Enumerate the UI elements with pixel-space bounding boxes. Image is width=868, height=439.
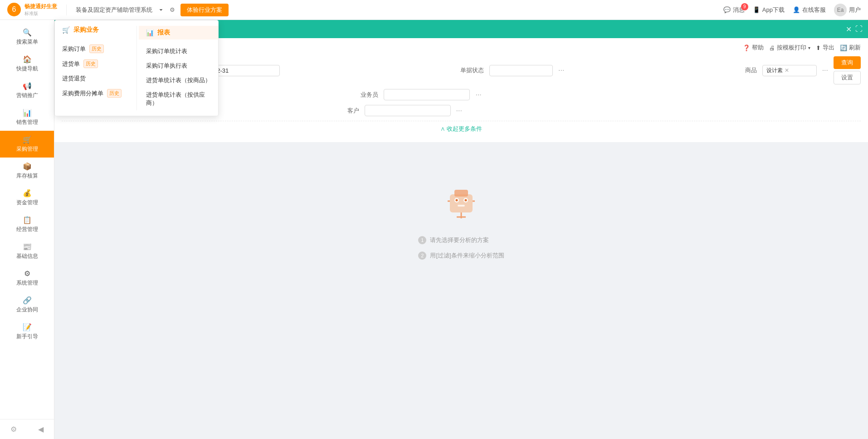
print-btn[interactable]: 🖨 按模板打印 ▾ <box>769 44 810 52</box>
sidebar-item-cooperation-label: 企业协同 <box>16 306 38 314</box>
home-icon: 🏠 <box>23 55 32 64</box>
document-status-select[interactable] <box>489 65 553 76</box>
sidebar-item-operations[interactable]: 📋 经营管理 <box>0 211 54 238</box>
purchase-expense-item[interactable]: 采购费用分摊单 历史 <box>62 86 127 101</box>
salesperson-input[interactable] <box>384 89 470 100</box>
collapse-icon: ∧ <box>440 125 445 132</box>
help-btn[interactable]: ❓ 帮助 <box>743 44 764 52</box>
inventory-icon: 📦 <box>23 162 32 171</box>
purchase-order-history: 历史 <box>89 44 104 53</box>
customer-dots[interactable]: ··· <box>456 107 462 115</box>
sidebar-item-sales[interactable]: 📊 销售管理 <box>0 104 54 131</box>
goods-dots[interactable]: ··· <box>822 66 828 74</box>
system-icon: ⚙ <box>24 269 30 278</box>
sidebar-item-search[interactable]: 🔍 搜索菜单 <box>0 24 54 50</box>
sidebar-item-purchase-label: 采购管理 <box>16 145 38 153</box>
sidebar-item-quick-nav[interactable]: 🏠 快捷导航 <box>0 50 54 77</box>
sidebar-item-marketing-label: 营销推广 <box>16 92 38 99</box>
online-service-btn[interactable]: 👤 在线客服 <box>793 6 826 14</box>
gear-button[interactable]: ⚙ <box>170 6 175 13</box>
document-status-label: 单据状态 <box>460 66 484 74</box>
user-label: 用户 <box>849 6 861 14</box>
incoming-order-item[interactable]: 进货单 历史 <box>62 56 127 71</box>
print-icon: 🖨 <box>769 44 775 51</box>
refresh-icon: 🔄 <box>840 44 847 51</box>
sidebar-item-finance[interactable]: 💰 资金管理 <box>0 184 54 211</box>
sidebar-item-guide-label: 新手引导 <box>16 333 38 340</box>
help-label: 帮助 <box>752 44 764 52</box>
system-title: 装备及固定资产辅助管理系统 <box>76 6 152 14</box>
return-goods-label: 进货退货 <box>62 74 86 83</box>
phone-icon: 📱 <box>753 6 760 13</box>
goods-input-wrap[interactable]: 设计素 ✕ <box>762 65 817 76</box>
online-service-label: 在线客服 <box>802 6 826 14</box>
incoming-order-label: 进货单 <box>62 60 80 68</box>
user-btn[interactable]: Ea 用户 <box>834 4 861 16</box>
sidebar-item-inventory[interactable]: 📦 库存核算 <box>0 158 54 184</box>
logo-sub-text: 标准版 <box>24 10 57 17</box>
dropdown-col-reports: 📊 报表 采购订单统计表 采购订单执行表 进货单统计表（按商品） 进货单统计表（… <box>139 26 219 110</box>
notifications-btn[interactable]: 💬 消息 9 <box>723 6 745 14</box>
notifications-badge: 9 <box>741 3 748 10</box>
purchase-order-exec-item[interactable]: 采购订单执行表 <box>146 59 211 73</box>
purchase-order-stats-label: 采购订单统计表 <box>146 47 187 55</box>
collapse-sidebar-icon[interactable]: ◀ <box>38 425 44 434</box>
logo-main-text: 畅捷通好生意 <box>24 3 57 10</box>
sidebar-item-marketing[interactable]: 📢 营销推广 <box>0 77 54 104</box>
sidebar-item-guide[interactable]: 📝 新手引导 <box>0 318 54 345</box>
industry-btn[interactable]: 体验行业方案 <box>180 4 229 16</box>
goods-tag-close[interactable]: ✕ <box>785 67 789 74</box>
empty-state: 1 请先选择要分析的方案 2 用[过滤]条件来缩小分析范围 <box>54 142 868 298</box>
step-1-num: 1 <box>418 236 426 244</box>
purchase-order-stats-item[interactable]: 采购订单统计表 <box>146 44 211 59</box>
incoming-stats-goods-item[interactable]: 进货单统计表（按商品） <box>146 73 211 88</box>
reports-icon: 📊 <box>146 29 154 36</box>
sidebar-item-cooperation[interactable]: 🔗 企业协同 <box>0 291 54 318</box>
app-download-btn[interactable]: 📱 App下载 <box>753 6 785 14</box>
bell-icon: 💬 <box>723 6 731 13</box>
reports-title-label: 报表 <box>157 29 170 37</box>
avatar: Ea <box>834 4 847 16</box>
refresh-btn[interactable]: 🔄 刷新 <box>840 44 861 52</box>
dropdown-col-purchase: 🛒 采购业务 采购订单 历史 进货单 历史 进货退货 采购费用分摊单 历史 <box>55 26 135 110</box>
purchase-order-item[interactable]: 采购订单 历史 <box>62 41 127 56</box>
setting-btn[interactable]: 设置 <box>834 71 861 84</box>
finance-icon: 💰 <box>23 189 32 197</box>
export-icon: ⬆ <box>816 44 821 51</box>
tab-close-btn[interactable]: ✕ <box>846 25 852 34</box>
empty-tip1: 请先选择要分析的方案 <box>430 234 489 246</box>
svg-point-5 <box>465 199 467 202</box>
customer-input[interactable] <box>365 105 451 116</box>
content-area: 首页 销售排行榜 ✕ ✕ ⛶ ❓ 帮助 <box>54 20 868 439</box>
svg-rect-6 <box>458 205 465 207</box>
reports-title: 📊 报表 <box>139 26 219 39</box>
collapse-label: 收起更多条件 <box>447 125 482 132</box>
return-goods-item[interactable]: 进货退货 <box>62 71 127 86</box>
header-dropdown[interactable] <box>158 7 164 13</box>
tab-expand-btn[interactable]: ⛶ <box>855 25 863 33</box>
goods-tag-label: 设计素 <box>766 67 783 74</box>
search-icon: 🔍 <box>23 28 32 37</box>
header-left: 6 畅捷通好生意 标准版 装备及固定资产辅助管理系统 ⚙ 体验行业方案 <box>7 3 229 17</box>
document-status-dots[interactable]: ··· <box>558 66 564 74</box>
sidebar-item-system[interactable]: ⚙ 系统管理 <box>0 265 54 291</box>
refresh-label: 刷新 <box>849 44 861 52</box>
sidebar: 🔍 搜索菜单 🏠 快捷导航 📢 营销推广 📊 销售管理 🛒 采购管理 📦 库存核… <box>0 20 54 439</box>
purchase-dropdown-menu: 🛒 采购业务 采购订单 历史 进货单 历史 进货退货 采购费用分摊单 历史 <box>54 20 219 116</box>
empty-tip2: 用[过滤]条件来缩小分析范围 <box>430 250 504 261</box>
print-label: 按模板打印 <box>777 44 806 52</box>
incoming-stats-supplier-item[interactable]: 进货单统计表（按供应商） <box>146 88 211 110</box>
app-download-label: App下载 <box>762 6 785 14</box>
export-btn[interactable]: ⬆ 导出 <box>816 44 834 52</box>
sidebar-item-purchase[interactable]: 🛒 采购管理 <box>0 131 54 158</box>
header-right: 💬 消息 9 📱 App下载 👤 在线客服 Ea 用户 <box>723 4 861 16</box>
top-header: 6 畅捷通好生意 标准版 装备及固定资产辅助管理系统 ⚙ 体验行业方案 💬 消息… <box>0 0 868 20</box>
collapse-bar[interactable]: ∧ 收起更多条件 <box>62 121 861 137</box>
sidebar-item-inventory-label: 库存核算 <box>16 172 38 180</box>
sidebar-item-basic-info[interactable]: 📰 基础信息 <box>0 238 54 265</box>
query-btn[interactable]: 查询 <box>834 56 861 69</box>
sidebar-item-operations-label: 经营管理 <box>16 226 38 233</box>
logo-text-wrap: 畅捷通好生意 标准版 <box>24 3 57 17</box>
salesperson-dots[interactable]: ··· <box>475 91 481 99</box>
settings-bottom-icon[interactable]: ⚙ <box>10 425 17 434</box>
